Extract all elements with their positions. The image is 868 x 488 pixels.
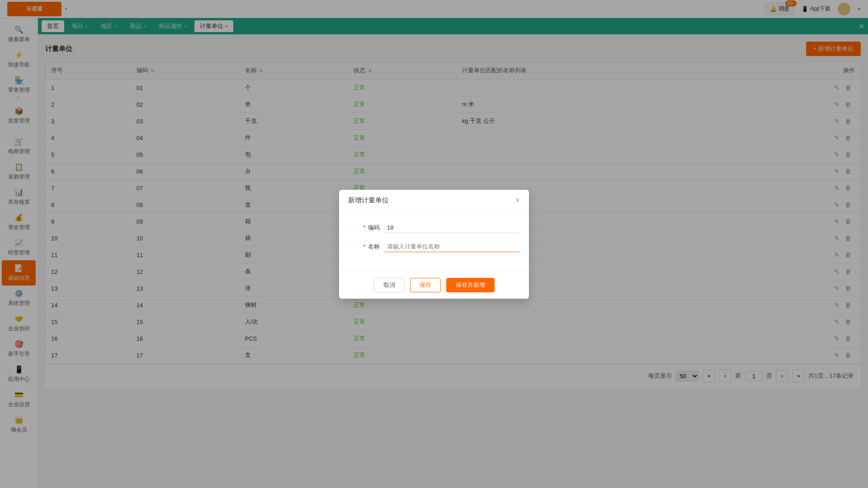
- name-input[interactable]: [384, 241, 520, 252]
- form-row-code: * 编码: [348, 222, 520, 233]
- save-and-add-button[interactable]: 保存并新增: [446, 278, 495, 292]
- modal-footer: 取消 保存 保存并新增: [339, 271, 529, 299]
- code-input[interactable]: [384, 222, 520, 233]
- save-button[interactable]: 保存: [410, 278, 441, 292]
- modal-title: 新增计量单位: [348, 196, 389, 205]
- modal-body: * 编码 * 名称: [339, 211, 529, 271]
- modal-overlay: 新增计量单位 × * 编码 * 名称 取消 保存 保存并新增: [0, 0, 868, 488]
- modal-close-button[interactable]: ×: [515, 196, 520, 204]
- code-label: * 编码: [348, 224, 380, 232]
- add-measure-unit-modal: 新增计量单位 × * 编码 * 名称 取消 保存 保存并新增: [339, 190, 529, 299]
- form-row-name: * 名称: [348, 241, 520, 252]
- name-label: * 名称: [348, 243, 380, 251]
- modal-header: 新增计量单位 ×: [339, 190, 529, 211]
- cancel-button[interactable]: 取消: [374, 278, 405, 292]
